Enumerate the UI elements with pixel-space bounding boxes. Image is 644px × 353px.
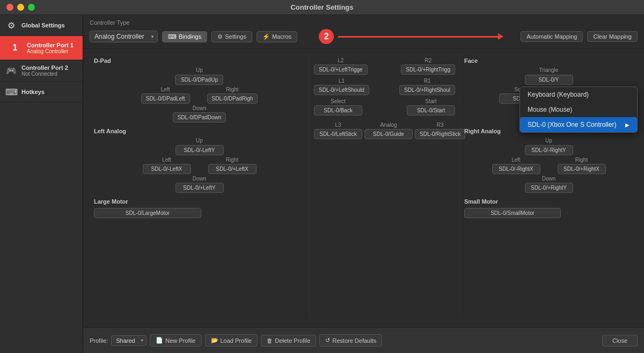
dropdown-item-keyboard[interactable]: Keyboard (Keyboard) [520, 87, 637, 102]
l3-label: L3 [335, 122, 341, 128]
controller-select[interactable]: Analog Controller [90, 31, 158, 42]
ra-down-btn[interactable]: SDL-0/+RightY [525, 183, 573, 193]
dpad-right-label: Right [226, 87, 238, 92]
settings-icon: ⚙ [217, 33, 223, 40]
sidebar-item-port1[interactable]: 1 Controller Port 1 Analog Controller [0, 36, 83, 60]
sidebar: ⚙ Global Settings 1 Controller Port 1 An… [0, 15, 83, 353]
new-profile-button[interactable]: 📄 New Profile [150, 334, 201, 347]
macros-icon: ⚡ [262, 33, 270, 40]
profile-select-wrapper[interactable]: Shared [111, 335, 147, 346]
close-window-button[interactable] [6, 4, 13, 11]
dpad-up-label: Up [196, 67, 203, 73]
titlebar: Controller Settings [0, 0, 644, 15]
ra-right-btn[interactable]: SDL-0/+RightX [558, 164, 606, 174]
controller-select-wrapper[interactable]: Analog Controller [90, 31, 158, 42]
dpad-down-btn[interactable]: SDL-0/DPadDown [173, 112, 226, 123]
la-left-btn[interactable]: SDL-0/-LeftX [143, 164, 191, 174]
delete-profile-label: Delete Profile [275, 337, 310, 344]
auto-mapping-button[interactable]: Automatic Mapping [521, 31, 583, 42]
sidebar-label-port1: Controller Port 1 [27, 42, 74, 48]
la-left-label: Left [162, 157, 171, 163]
mapping-dropdown: Keyboard (Keyboard) Mouse (Mouse) SDL-0 … [519, 87, 638, 133]
small-motor-btn[interactable]: SDL-0/SmallMotor [464, 208, 561, 218]
large-motor-btn[interactable]: SDL-0/LargeMotor [94, 208, 201, 218]
r1-label: R1 [424, 78, 431, 84]
restore-defaults-label: Restore Defaults [332, 337, 376, 344]
dpad-left-btn[interactable]: SDL-0/DPadLeft [141, 93, 190, 104]
ra-up-label: Up [545, 138, 552, 143]
select-label: Select [331, 98, 346, 104]
l3-btn[interactable]: SDL-0/LeftStick [314, 129, 362, 139]
dpad-down-label: Down [193, 105, 207, 111]
l2-btn[interactable]: SDL-0/+LeftTrigge [314, 64, 368, 75]
ra-right-label: Right [575, 157, 588, 163]
dropdown-item-sdl0[interactable]: SDL-0 (Xbox One S Controller) ▶ [520, 117, 637, 132]
chevron-right-icon: ▶ [625, 122, 630, 128]
load-profile-icon: 📂 [211, 337, 218, 344]
analog-btn[interactable]: SDL-0/Guide [364, 129, 413, 139]
dpad-right-btn[interactable]: SDL-0/DPadRigh [207, 93, 258, 104]
r1-btn[interactable]: SDL-0/+RightShoul [399, 85, 455, 95]
delete-profile-icon: 🗑 [267, 337, 273, 344]
sidebar-label-port2: Controller Port 2 [21, 64, 68, 71]
sidebar-sublabel-port1: Analog Controller [27, 48, 74, 54]
tab-macros[interactable]: ⚡ Macros [257, 31, 297, 42]
controller-header: Controller Type Analog Controller ⌨ Bind… [83, 15, 644, 49]
sidebar-item-port2[interactable]: 🎮 Controller Port 2 Not Connected [0, 60, 83, 82]
delete-profile-button[interactable]: 🗑 Delete Profile [261, 335, 316, 347]
la-down-label: Down [193, 176, 207, 182]
sidebar-label-global: Global Settings [21, 22, 65, 28]
small-motor-title: Small Motor [464, 198, 633, 205]
la-down-btn[interactable]: SDL-0/+LeftY [175, 183, 224, 193]
triangle-btn[interactable]: SDL-0/Y [525, 75, 573, 85]
arrow-line [338, 36, 499, 38]
gear-icon: ⚙ [5, 19, 17, 31]
profile-select[interactable]: Shared [111, 335, 147, 346]
app-body: ⚙ Global Settings 1 Controller Port 1 An… [0, 15, 644, 353]
tab-settings[interactable]: ⚙ Settings [211, 31, 252, 42]
la-right-btn[interactable]: SDL-0/+LeftX [208, 164, 257, 174]
ra-left-label: Left [511, 157, 521, 163]
face-title: Face [464, 57, 633, 64]
r2-btn[interactable]: SDL-0/+RightTrigg [401, 64, 455, 75]
r3-btn[interactable]: SDL-0/RightStick [415, 129, 465, 139]
ra-up-btn[interactable]: SDL-0/-RightY [525, 145, 573, 155]
start-btn[interactable]: SDL-0/Start [407, 105, 455, 116]
ra-left-btn[interactable]: SDL-0/-RightX [492, 164, 540, 174]
la-up-btn[interactable]: SDL-0/-LeftY [175, 145, 224, 155]
bindings-icon: ⌨ [168, 33, 177, 40]
new-profile-label: New Profile [165, 337, 195, 344]
clear-mapping-button[interactable]: Clear Mapping [587, 31, 638, 42]
footer: Profile: Shared 📄 New Profile 📂 Load Pro… [83, 327, 644, 353]
l1-btn[interactable]: SDL-0/+LeftShould [314, 85, 369, 95]
keyboard-icon: ⌨ [5, 86, 17, 98]
controller-type-label: Controller Type [90, 19, 638, 26]
la-right-label: Right [226, 157, 238, 163]
left-analog-title: Left Analog [94, 128, 305, 134]
start-label: Start [425, 98, 436, 104]
gamepad-icon-2: 🎮 [5, 65, 17, 77]
left-panel: D-Pad Up SDL-0/DPadUp Left SDL-0/DPadLef… [90, 54, 310, 322]
sidebar-item-global[interactable]: ⚙ Global Settings [0, 15, 83, 36]
dpad-left-label: Left [161, 87, 170, 92]
sidebar-item-hotkeys[interactable]: ⌨ Hotkeys [0, 82, 83, 103]
profile-label: Profile: [90, 337, 108, 344]
badge-1: 1 [8, 40, 23, 55]
l2-label: L2 [338, 57, 343, 63]
badge-2: 2 [319, 29, 334, 44]
dpad-up-btn[interactable]: SDL-0/DPadUp [175, 75, 223, 85]
window-controls [6, 4, 35, 11]
content-area: D-Pad Up SDL-0/DPadUp Left SDL-0/DPadLef… [83, 49, 644, 327]
sidebar-sublabel-port2: Not Connected [21, 71, 68, 77]
r3-label: R3 [437, 122, 444, 128]
restore-defaults-button[interactable]: ↺ Restore Defaults [319, 334, 382, 347]
maximize-window-button[interactable] [28, 4, 35, 11]
tab-bindings[interactable]: ⌨ Bindings [162, 31, 207, 42]
close-button[interactable]: Close [602, 335, 638, 347]
load-profile-label: Load Profile [221, 337, 252, 344]
restore-icon: ↺ [325, 337, 330, 344]
load-profile-button[interactable]: 📂 Load Profile [205, 334, 258, 347]
minimize-window-button[interactable] [17, 4, 24, 11]
select-btn[interactable]: SDL-0/Back [314, 105, 362, 116]
dropdown-item-mouse[interactable]: Mouse (Mouse) [520, 102, 637, 117]
